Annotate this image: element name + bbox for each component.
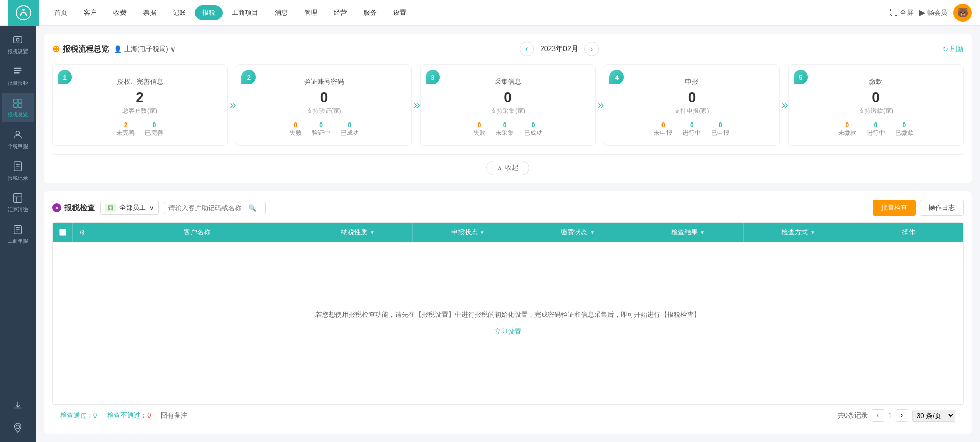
- prev-month-button[interactable]: ‹: [520, 42, 534, 56]
- step-4-detail-0-label: 未申报: [654, 129, 672, 137]
- step-2-card: 2 验证账号密码 0 支持验证(家) 0 失败 0 验证中: [236, 64, 411, 146]
- sidebar-item-annual-report[interactable]: 工商年报: [2, 219, 34, 249]
- check-actions: 批量检查 操作日志: [873, 200, 964, 216]
- nav-fee[interactable]: 收费: [106, 5, 134, 20]
- step-2-detail-0-val: 0: [289, 121, 302, 129]
- tax-record-icon: [12, 160, 24, 173]
- step-4-detail-2-val: 0: [711, 121, 729, 129]
- arrow-4-5: »: [780, 99, 788, 112]
- step-2-subtitle: 支持验证(家): [307, 107, 341, 115]
- header-checkbox[interactable]: [59, 229, 66, 236]
- date-navigation: ‹ 2023年02月 ›: [520, 42, 599, 56]
- step-5-number: 5: [794, 70, 808, 84]
- check-panel: ● 报税检查 囧 全部员工 ∨ 🔍 批量检查 操作日志: [44, 191, 972, 434]
- avatar[interactable]: 🐻: [953, 4, 972, 22]
- th-settings[interactable]: ⚙: [73, 223, 91, 242]
- nav-message[interactable]: 消息: [267, 5, 295, 20]
- step-5-detail-0-label: 未缴款: [838, 129, 856, 137]
- settings-icon: ⚙: [79, 229, 85, 236]
- chevron-down-icon: ∨: [170, 45, 176, 53]
- sidebar-item-settlement[interactable]: 汇算清缴: [2, 188, 34, 217]
- pass-val[interactable]: 0: [93, 411, 97, 419]
- overview-panel: ⊕ 报税流程总览 👤 上海(电子税局) ∨ ‹ 2023年02月 › ↻ 刷新: [44, 34, 972, 183]
- first-page-button[interactable]: ‹: [872, 409, 884, 422]
- nav-manage[interactable]: 管理: [297, 5, 325, 20]
- sidebar-item-tax-record[interactable]: 报税记录: [2, 156, 34, 186]
- next-page-button[interactable]: ›: [896, 409, 908, 422]
- fullscreen-button[interactable]: ⛶ 全屏: [890, 8, 913, 17]
- pagination: 共0条记录 ‹ 1 › 30 条/页 50 条/页 100 条/页: [838, 409, 955, 422]
- batch-check-button[interactable]: 批量检查: [873, 200, 916, 216]
- arrow-3-4: »: [596, 99, 604, 112]
- collapse-bar: ∧ 收起: [52, 154, 964, 175]
- th-pay-status: 缴费状态 ▼: [523, 223, 633, 242]
- nav-home[interactable]: 首页: [47, 5, 75, 20]
- member-button[interactable]: ▶ 畅会员: [919, 8, 947, 17]
- sidebar-item-tax-settings[interactable]: 报税设置: [2, 30, 34, 59]
- sidebar-label-overview: 报税总览: [8, 111, 28, 118]
- steps-row: 1 授权、完善信息 2 总客户数(家) 2 未完善 0 已完善: [52, 64, 964, 146]
- arrow-1-2: »: [228, 99, 236, 112]
- th-checkbox[interactable]: [53, 223, 73, 242]
- note-stat: 囧有备注: [161, 411, 187, 420]
- tax-nature-filter-icon[interactable]: ▼: [370, 230, 375, 235]
- th-client-name: 客户名称: [91, 223, 303, 242]
- location-icon: [12, 422, 24, 434]
- panel-title: ⊕ 报税流程总览: [52, 43, 109, 55]
- refresh-button[interactable]: ↻ 刷新: [943, 44, 964, 54]
- next-month-button[interactable]: ›: [584, 42, 599, 56]
- table-header: ⚙ 客户名称 纳税性质 ▼ 申报状态 ▼ 缴费状态 ▼: [53, 223, 963, 242]
- declare-status-filter-icon[interactable]: ▼: [480, 230, 485, 235]
- sidebar-item-batch-tax[interactable]: 批量报税: [2, 61, 34, 91]
- nav-operation[interactable]: 经营: [327, 5, 354, 20]
- step-5-detail-2-val: 0: [895, 121, 914, 129]
- nav-invoice[interactable]: 票据: [136, 5, 163, 20]
- step-4-details: 0 未申报 0 进行中 0 已申报: [654, 121, 729, 137]
- check-result-filter-icon[interactable]: ▼: [700, 230, 705, 235]
- nav-service[interactable]: 服务: [356, 5, 384, 20]
- employee-filter[interactable]: 囧 全部员工 ∨: [100, 201, 159, 215]
- total-records: 共0条记录: [838, 411, 868, 420]
- search-input[interactable]: [168, 204, 245, 212]
- current-page: 1: [888, 412, 892, 420]
- step-4-detail-2-label: 已申报: [711, 129, 729, 137]
- svg-point-1: [22, 9, 24, 11]
- sidebar-item-personal-tax[interactable]: 个税申报: [2, 125, 34, 154]
- nav-client[interactable]: 客户: [77, 5, 104, 20]
- sidebar-item-location[interactable]: [2, 418, 34, 438]
- nav-biz[interactable]: 工商项目: [225, 5, 265, 20]
- step-5-detail-0-val: 0: [838, 121, 856, 129]
- annual-report-icon: [12, 224, 24, 236]
- step-1-title: 授权、完善信息: [117, 77, 163, 86]
- step-5-card: 5 缴款 0 支持缴款(家) 0 未缴款 0 进行中: [788, 64, 964, 146]
- operation-log-button[interactable]: 操作日志: [920, 200, 964, 216]
- sidebar-item-download[interactable]: [2, 395, 34, 415]
- nav-settings[interactable]: 设置: [386, 5, 413, 20]
- check-method-filter-icon[interactable]: ▼: [810, 230, 815, 235]
- batch-tax-icon: [12, 65, 24, 78]
- step-2-number: 2: [241, 70, 256, 84]
- step-5-title: 缴款: [869, 77, 883, 86]
- step-3-detail-1-label: 未采集: [496, 129, 514, 137]
- location-icon-small: 👤: [114, 45, 122, 53]
- fail-val[interactable]: 0: [147, 411, 151, 419]
- sidebar-item-overview[interactable]: 报税总览: [2, 93, 34, 122]
- employee-tag: 囧: [105, 204, 116, 212]
- step-3-detail-2-label: 已成功: [524, 129, 543, 137]
- pay-status-filter-icon[interactable]: ▼: [590, 230, 595, 235]
- step-3-detail-2-val: 0: [524, 121, 543, 129]
- sidebar-label-annual-report: 工商年报: [8, 238, 28, 245]
- per-page-select[interactable]: 30 条/页 50 条/页 100 条/页: [912, 410, 955, 422]
- nav-bookkeeping[interactable]: 记账: [165, 5, 193, 20]
- panel-header: ⊕ 报税流程总览 👤 上海(电子税局) ∨ ‹ 2023年02月 › ↻ 刷新: [52, 42, 964, 56]
- step-1-detail-1-label: 已完善: [145, 129, 163, 137]
- search-icon[interactable]: 🔍: [248, 204, 256, 212]
- current-date: 2023年02月: [540, 44, 578, 54]
- collapse-button[interactable]: ∧ 收起: [486, 161, 529, 175]
- step-3-subtitle: 支持采集(家): [491, 107, 525, 115]
- step-4-count: 0: [688, 89, 696, 106]
- location-tag[interactable]: 👤 上海(电子税局) ∨: [114, 44, 176, 54]
- th-declare-status: 申报状态 ▼: [413, 223, 523, 242]
- nav-tax[interactable]: 报税: [195, 5, 223, 20]
- setup-link[interactable]: 立即设置: [495, 326, 521, 337]
